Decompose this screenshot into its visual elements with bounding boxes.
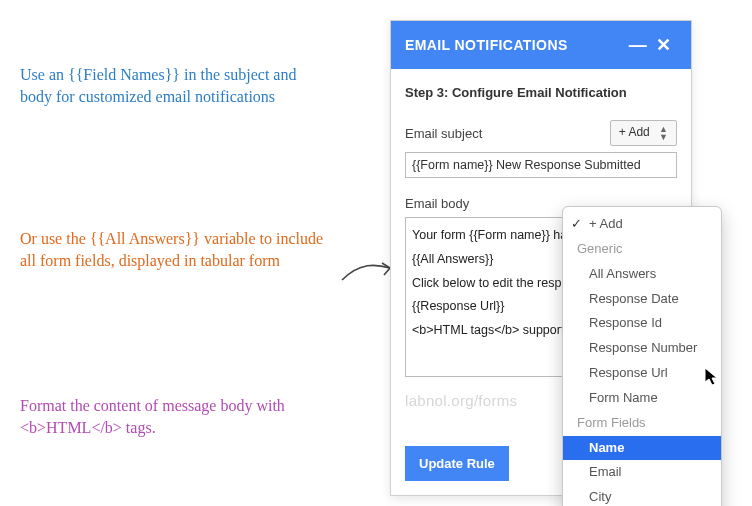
dropdown-item-response-date[interactable]: Response Date xyxy=(563,287,721,312)
annotation-html-tags: Format the content of message body with … xyxy=(20,395,330,438)
email-subject-input[interactable] xyxy=(405,152,677,178)
dropdown-item-city[interactable]: City xyxy=(563,485,721,506)
stepper-icon: ▲▼ xyxy=(659,125,668,141)
close-button[interactable]: ✕ xyxy=(651,32,677,58)
dropdown-item-form-name[interactable]: Form Name xyxy=(563,386,721,411)
minimize-button[interactable]: — xyxy=(625,32,651,58)
dropdown-group-form-fields: Form Fields xyxy=(563,411,721,436)
panel-header: EMAIL NOTIFICATIONS — ✕ xyxy=(391,21,691,69)
dropdown-item-response-number[interactable]: Response Number xyxy=(563,336,721,361)
dropdown-group-generic: Generic xyxy=(563,237,721,262)
add-variable-dropdown[interactable]: + Add Generic All Answers Response Date … xyxy=(562,206,722,506)
email-subject-label: Email subject xyxy=(405,126,610,141)
dropdown-item-add[interactable]: + Add xyxy=(563,212,721,237)
annotation-all-answers: Or use the {{All Answers}} variable to i… xyxy=(20,228,330,271)
panel-title: EMAIL NOTIFICATIONS xyxy=(405,37,625,53)
update-rule-button[interactable]: Update Rule xyxy=(405,446,509,481)
dropdown-item-email[interactable]: Email xyxy=(563,460,721,485)
dropdown-item-response-id[interactable]: Response Id xyxy=(563,311,721,336)
dropdown-item-all-answers[interactable]: All Answers xyxy=(563,262,721,287)
dropdown-item-name[interactable]: Name xyxy=(563,436,721,461)
add-button-label: + Add xyxy=(619,125,650,139)
dropdown-item-response-url[interactable]: Response Url xyxy=(563,361,721,386)
annotation-field-names: Use an {{Field Names}} in the subject an… xyxy=(20,64,330,107)
arrow-icon xyxy=(340,254,396,288)
step-title: Step 3: Configure Email Notification xyxy=(405,85,677,100)
add-subject-variable-button[interactable]: + Add ▲▼ xyxy=(610,120,677,146)
